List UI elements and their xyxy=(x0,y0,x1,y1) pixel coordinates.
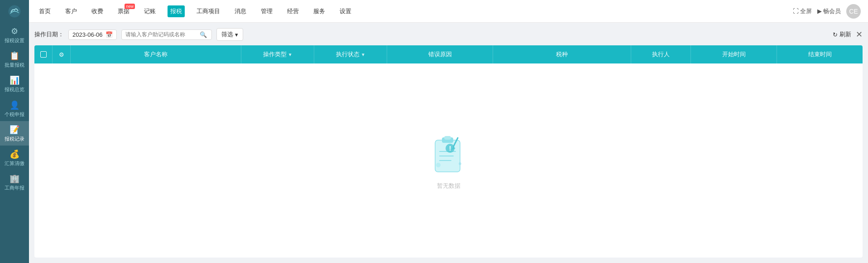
nav-home[interactable]: 首页 xyxy=(36,5,53,17)
sidebar-logo[interactable] xyxy=(0,0,29,23)
sidebar-item-baoshui-jilu[interactable]: 📝 报税记录 xyxy=(0,121,29,146)
payment-icon: 💰 xyxy=(10,149,19,159)
th-client-name: 客户名称 xyxy=(71,45,241,63)
search-input[interactable] xyxy=(125,31,198,38)
th-check[interactable] xyxy=(34,45,53,63)
nav-shoufei[interactable]: 收费 xyxy=(89,5,106,17)
sidebar-item-huisuan-jiaona[interactable]: 💰 汇算清缴 xyxy=(0,146,29,170)
fullscreen-icon: ⛶ xyxy=(793,8,799,15)
overview-icon: 📊 xyxy=(10,75,19,85)
record-icon: 📝 xyxy=(10,125,19,135)
company-icon: 🏢 xyxy=(10,174,19,184)
th-tax-type: 税种 xyxy=(493,45,631,63)
filter-label: 筛选 xyxy=(221,30,233,39)
table-container: ⚙ 客户名称 操作类型 ▼ 执行状态 ▼ 错误原因 税种 xyxy=(34,45,863,258)
nav-kehu[interactable]: 客户 xyxy=(62,5,80,17)
select-all-checkbox[interactable] xyxy=(40,51,47,58)
sort-icon: ▼ xyxy=(288,52,293,57)
sidebar-label: 工商年报 xyxy=(5,185,24,191)
sidebar-label: 报税设置 xyxy=(5,38,24,44)
chevron-down-icon: ▾ xyxy=(235,31,238,38)
toolbar-right: ↻ 刷新 ✕ xyxy=(833,30,863,39)
sidebar-label: 报税总览 xyxy=(5,87,24,93)
th-end-time: 结束时间 xyxy=(777,45,863,63)
sidebar-item-baoshui-zonglан[interactable]: 📊 报税总览 xyxy=(0,72,29,96)
member-button[interactable]: ▶ 畅会员 xyxy=(817,7,841,15)
sort-icon: ▼ xyxy=(361,52,365,57)
nav-baoshui[interactable]: 报税 xyxy=(168,5,185,17)
th-error-reason: 错误原因 xyxy=(387,45,493,63)
th-executor: 执行人 xyxy=(631,45,691,63)
person-icon: 👤 xyxy=(10,100,19,110)
th-start-time: 开始时间 xyxy=(691,45,777,63)
close-button[interactable]: ✕ xyxy=(856,30,863,39)
empty-state: ! 暂无数据 xyxy=(428,131,469,190)
table-body: ! 暂无数据 xyxy=(34,63,863,258)
sidebar-item-geshuishenbao[interactable]: 👤 个税申报 xyxy=(0,97,29,121)
svg-text:!: ! xyxy=(449,145,451,152)
date-label: 操作日期： xyxy=(34,30,64,39)
th-exec-status[interactable]: 执行状态 ▼ xyxy=(314,45,387,63)
nav-shezhi[interactable]: 设置 xyxy=(337,5,354,17)
svg-point-12 xyxy=(459,162,461,165)
sidebar-item-gongshang-nianbao[interactable]: 🏢 工商年报 xyxy=(0,170,29,195)
sidebar: ⚙ 报税设置 📋 批量报税 📊 报税总览 👤 个税申报 📝 报税记录 💰 汇算清… xyxy=(0,0,29,263)
play-icon: ▶ xyxy=(817,8,822,15)
date-value: 2023-06-06 xyxy=(72,31,103,38)
new-badge: new xyxy=(125,4,135,9)
sidebar-label: 个税申报 xyxy=(5,112,24,117)
main-area: 首页 客户 收费 票据 new 记账 报税 工商项目 消息 管理 经营 服务 设… xyxy=(29,0,868,263)
th-op-type[interactable]: 操作类型 ▼ xyxy=(241,45,314,63)
refresh-button[interactable]: ↻ 刷新 xyxy=(833,30,851,39)
sidebar-item-piliang-baoshui[interactable]: 📋 批量报税 xyxy=(0,47,29,72)
avatar[interactable]: CE xyxy=(846,4,861,19)
search-box: 🔍 xyxy=(121,29,212,40)
gear-icon: ⚙ xyxy=(59,51,64,58)
nav-jizhang[interactable]: 记账 xyxy=(141,5,158,17)
filter-button[interactable]: 筛选 ▾ xyxy=(216,28,243,41)
empty-text: 暂无数据 xyxy=(437,182,460,190)
content-area: 操作日期： 2023-06-06 📅 🔍 筛选 ▾ ↻ 刷新 ✕ xyxy=(29,23,868,263)
batch-icon: 📋 xyxy=(10,51,19,61)
nav-jingying[interactable]: 经营 xyxy=(284,5,302,17)
nav-gongshang-xiangmu[interactable]: 工商项目 xyxy=(194,5,223,17)
search-icon: 🔍 xyxy=(200,31,207,38)
nav-fuwu[interactable]: 服务 xyxy=(311,5,328,17)
sidebar-label: 汇算清缴 xyxy=(5,161,24,166)
settings-icon: ⚙ xyxy=(11,26,18,36)
sidebar-item-baoshui-shezhi[interactable]: ⚙ 报税设置 xyxy=(0,23,29,47)
toolbar: 操作日期： 2023-06-06 📅 🔍 筛选 ▾ ↻ 刷新 ✕ xyxy=(34,28,863,41)
sidebar-label: 报税记录 xyxy=(5,136,24,142)
fullscreen-button[interactable]: ⛶ 全屏 xyxy=(793,7,812,15)
nav-piao[interactable]: 票据 new xyxy=(115,5,132,17)
th-gear[interactable]: ⚙ xyxy=(53,45,71,63)
refresh-icon: ↻ xyxy=(833,31,838,38)
table-header: ⚙ 客户名称 操作类型 ▼ 执行状态 ▼ 错误原因 税种 xyxy=(34,45,863,63)
calendar-icon: 📅 xyxy=(106,31,113,38)
nav-guanli[interactable]: 管理 xyxy=(258,5,275,17)
top-navbar: 首页 客户 收费 票据 new 记账 报税 工商项目 消息 管理 经营 服务 设… xyxy=(29,0,868,23)
svg-point-11 xyxy=(436,163,441,167)
date-picker[interactable]: 2023-06-06 📅 xyxy=(68,29,117,40)
empty-illustration: ! xyxy=(428,131,469,176)
svg-rect-3 xyxy=(444,136,451,140)
navbar-right: ⛶ 全屏 ▶ 畅会员 CE xyxy=(793,4,861,19)
sidebar-label: 批量报税 xyxy=(5,62,24,68)
nav-xiaoxi[interactable]: 消息 xyxy=(232,5,249,17)
